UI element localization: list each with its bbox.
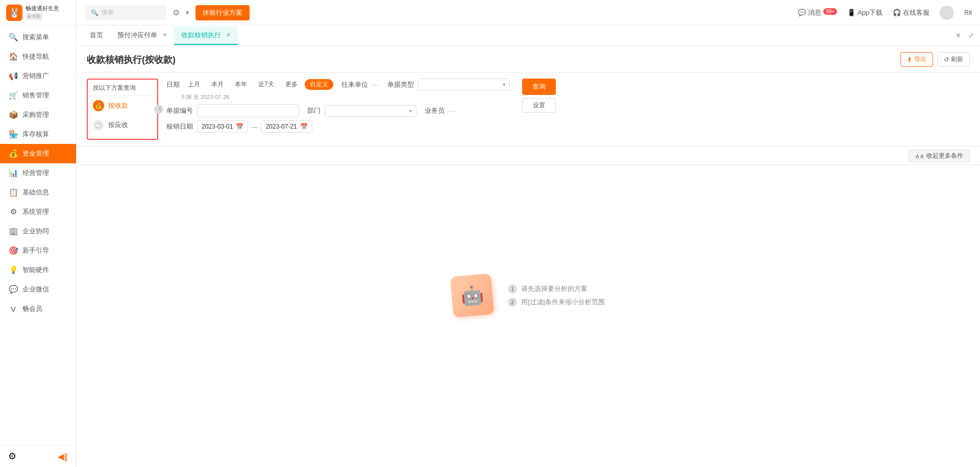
dept-dropdown-arrow: ▾ xyxy=(409,108,412,114)
settings-icon[interactable]: ⚙ xyxy=(8,451,16,462)
collapse-sidebar-icon[interactable]: ◀‖ xyxy=(58,452,68,461)
tab-receipt[interactable]: 收款核销执行 ✕ xyxy=(174,27,238,45)
sidebar-item-新手引导[interactable]: 🎯 新手引导 xyxy=(0,241,76,260)
sidebar-item-快捷导航[interactable]: 🏠 快捷导航 xyxy=(0,47,76,66)
sidebar-icon: 🎯 xyxy=(8,246,18,255)
message-item[interactable]: 💬 消息 99+ xyxy=(798,8,837,17)
sidebar-label: 企业微信 xyxy=(22,285,49,294)
tab-close-all-icon[interactable]: ✕ xyxy=(955,32,961,39)
sidebar-item-经营管理[interactable]: 📊 经营管理 xyxy=(0,163,76,183)
sidebar-item-畅会员[interactable]: V 畅会员 xyxy=(0,299,76,318)
tab-bar-actions: ✕ ⤢ xyxy=(955,32,974,39)
verify-date-label: 核销日期 xyxy=(166,122,193,131)
empty-illustration: 🤖 xyxy=(450,274,495,318)
refresh-icon: ↺ xyxy=(944,56,949,63)
page-title-row: 收款核销执行(按收款) ⬆ 导出 ↺ 刷新 xyxy=(87,52,970,72)
doc-type-field: 单据类型 ▾ xyxy=(387,79,510,90)
sidebar-icon: 🛒 xyxy=(8,91,18,100)
date-field: 日期 上月 本月 本年 近7天 更多 自定义 xyxy=(166,79,333,90)
user-name[interactable]: Rit xyxy=(964,9,972,16)
tab-receipt-label: 收款核销执行 xyxy=(181,31,221,40)
logo-text: 畅捷通好生意 xyxy=(26,5,59,12)
left-panel-collapse-button[interactable]: 《 xyxy=(154,105,163,114)
message-label: 消息 xyxy=(808,8,821,17)
empty-tip-2: 用[过滤]条件来缩小分析范围 xyxy=(521,296,604,309)
verify-date-start-calendar-icon[interactable]: 📅 xyxy=(236,123,243,130)
left-panel-title: 按以下方案查询 xyxy=(88,84,157,96)
tab-prepay-label: 预付冲应付单 xyxy=(117,31,157,40)
filter-docno-row: 单据编号 部门 ▾ 业务员 xyxy=(166,104,510,117)
sidebar-item-采购管理[interactable]: 📦 采购管理 xyxy=(0,105,76,125)
sidebar-item-企业协同[interactable]: 🏢 企业协同 xyxy=(0,222,76,241)
app-download-item[interactable]: 📱 App下载 xyxy=(847,8,883,17)
quick-date-7days[interactable]: 近7天 xyxy=(254,79,278,90)
verify-date-start-input[interactable]: 2023-03-01 📅 xyxy=(197,120,248,133)
sidebar-icon: 📋 xyxy=(8,188,18,197)
query-button[interactable]: 查询 xyxy=(522,79,556,95)
sidebar-icon: V xyxy=(8,305,18,313)
verify-date-start-value: 2023-03-01 xyxy=(202,123,233,130)
export-button[interactable]: ⬆ 导出 xyxy=(900,52,933,67)
filter-body: 按以下方案查询 💰 按收款 🕐 按应收 《 xyxy=(77,72,980,146)
sidebar-item-搜索菜单[interactable]: 🔍 搜索菜单 xyxy=(0,28,76,47)
query-buttons: 查询 设置 xyxy=(522,79,556,113)
quick-date-this-year[interactable]: 本年 xyxy=(231,79,251,90)
left-panel: 按以下方案查询 💰 按收款 🕐 按应收 《 xyxy=(87,79,158,140)
doc-type-select[interactable]: ▾ xyxy=(418,79,510,90)
sidebar-label: 营销推广 xyxy=(22,71,49,81)
sidebar-icon: 🏢 xyxy=(8,227,18,236)
filter-settings-button[interactable]: 设置 xyxy=(522,98,556,113)
sidebar-item-销售管理[interactable]: 🛒 销售管理 xyxy=(0,86,76,105)
left-option-by-receivable[interactable]: 🕐 按应收 xyxy=(88,115,157,135)
sidebar-item-基础信息[interactable]: 📋 基础信息 xyxy=(0,183,76,202)
sidebar-item-营销推广[interactable]: 📢 营销推广 xyxy=(0,66,76,86)
user-avatar[interactable] xyxy=(940,6,954,20)
industry-solution-button[interactable]: 休验行业方案 xyxy=(195,5,250,20)
header-search[interactable]: 🔍 搜索 xyxy=(85,5,166,20)
sidebar-item-库存核算[interactable]: 🏪 库存核算 xyxy=(0,125,76,144)
receivable-option-label: 按应收 xyxy=(108,120,128,130)
quick-dates: 上月 本月 本年 近7天 更多 自定义 xyxy=(184,79,333,90)
dept-label: 部门 xyxy=(307,106,321,115)
sidebar-item-企业微信[interactable]: 💬 企业微信 xyxy=(0,280,76,299)
sidebar-icon: 💰 xyxy=(8,149,18,158)
tab-prepay-close[interactable]: ✕ xyxy=(162,32,167,38)
filter-form: 日期 上月 本月 本年 近7天 更多 自定义 xyxy=(166,79,980,140)
refresh-button[interactable]: ↺ 刷新 xyxy=(937,52,970,67)
dept-select[interactable]: ▾ xyxy=(325,105,416,117)
sidebar-item-智能硬件[interactable]: 💡 智能硬件 xyxy=(0,260,76,280)
online-service-label: 在线客服 xyxy=(903,8,929,17)
counter-party-dots[interactable]: ··· xyxy=(372,81,380,89)
tab-prepay[interactable]: 预付冲应付单 ✕ xyxy=(110,27,174,45)
counter-party-label: 往来单位 xyxy=(341,80,368,89)
doc-type-label: 单据类型 xyxy=(387,80,414,89)
tab-receipt-close[interactable]: ✕ xyxy=(226,32,231,38)
sidebar-label: 新手引导 xyxy=(22,246,49,255)
sidebar-item-资金管理[interactable]: 💰 资金管理 xyxy=(0,144,76,163)
sidebar-item-系统管理[interactable]: ⚙ 系统管理 xyxy=(0,202,76,222)
tab-home[interactable]: 首页 xyxy=(83,27,110,45)
collapse-more-button[interactable]: ∧∧ 收起更多条件 xyxy=(909,150,970,162)
sidebar-icon: 🏠 xyxy=(8,52,18,61)
sidebar-label: 企业协同 xyxy=(22,227,49,236)
sidebar-icon: 📦 xyxy=(8,110,18,119)
verify-date-end-calendar-icon[interactable]: 📅 xyxy=(300,123,308,130)
sidebar-nav: 🔍 搜索菜单 🏠 快捷导航 📢 营销推广 🛒 销售管理 📦 采购管理 🏪 库存核… xyxy=(0,26,76,445)
verify-date-end-input[interactable]: 2023-07-21 📅 xyxy=(261,120,312,133)
online-service-item[interactable]: 🎧 在线客服 xyxy=(893,8,929,17)
tab-expand-icon[interactable]: ⤢ xyxy=(968,32,974,39)
verify-date-range: 2023-03-01 📅 — 2023-07-21 📅 xyxy=(197,120,312,133)
settings-gear-icon[interactable]: ⚙ xyxy=(173,8,180,17)
left-option-by-receipt[interactable]: 💰 按收款 xyxy=(88,96,157,115)
quick-date-this-month[interactable]: 本月 xyxy=(207,79,228,90)
staff-dots[interactable]: ··· xyxy=(449,107,456,115)
quick-date-custom[interactable]: 自定义 xyxy=(305,79,333,90)
quick-date-more[interactable]: 更多 xyxy=(281,79,302,90)
sidebar-icon: ⚙ xyxy=(8,207,18,216)
date-separator: — xyxy=(251,123,258,131)
dropdown-arrow-icon[interactable]: ▾ xyxy=(186,9,189,16)
sidebar-footer[interactable]: ⚙ ◀‖ xyxy=(0,445,76,467)
filter-date-row: 日期 上月 本月 本年 近7天 更多 自定义 xyxy=(166,79,510,90)
quick-date-last-month[interactable]: 上月 xyxy=(184,79,204,90)
doc-no-input[interactable] xyxy=(197,104,299,117)
